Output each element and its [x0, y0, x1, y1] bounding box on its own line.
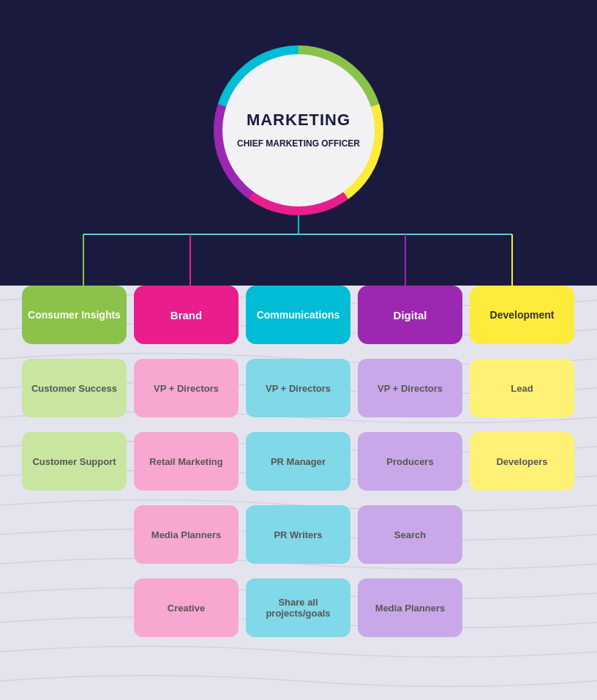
sub-vp-directors-comm: VP + Directors	[246, 359, 350, 417]
sub-media-planners-digital: Media Planners	[358, 578, 462, 637]
department-row: Consumer Insights Brand Communications D…	[22, 286, 575, 344]
sub-pr-writers: PR Writers	[246, 505, 350, 564]
dept-brand: Brand	[134, 286, 239, 344]
sub-share-projects: Share all projects/goals	[246, 578, 350, 637]
subrow-4: Creative Share all projects/goals Media …	[22, 578, 575, 637]
subrow-2: Customer Support Retail Marketing PR Man…	[22, 432, 575, 491]
sub-retail-marketing: Retail Marketing	[134, 432, 239, 491]
circle-title: MARKETING	[247, 111, 350, 130]
svg-rect-0	[0, 286, 597, 700]
dept-development: Development	[470, 286, 574, 344]
subrow-3: Media Planners PR Writers Search	[22, 505, 575, 564]
sub-creative: Creative	[134, 578, 239, 637]
sub-pr-manager: PR Manager	[246, 432, 350, 491]
sub-customer-success: Customer Success	[22, 359, 127, 417]
dept-digital: Digital	[358, 286, 462, 344]
dept-communications: Communications	[246, 286, 350, 344]
dept-consumer: Consumer Insights	[22, 286, 127, 344]
sub-developers: Developers	[470, 432, 574, 491]
center-circle: MARKETING CHIEF MARKETING OFFICER	[222, 54, 375, 206]
sub-lead: Lead	[470, 359, 574, 417]
circle-subtitle: CHIEF MARKETING OFFICER	[237, 138, 360, 150]
sub-vp-directors-brand: VP + Directors	[134, 359, 239, 417]
sub-vp-directors-digital: VP + Directors	[358, 359, 462, 417]
sub-search: Search	[358, 505, 462, 564]
sub-media-planners-brand: Media Planners	[134, 505, 239, 564]
subrow-1: Customer Success VP + Directors VP + Dir…	[22, 359, 575, 417]
sub-customer-support: Customer Support	[22, 432, 127, 491]
sub-producers: Producers	[358, 432, 462, 491]
